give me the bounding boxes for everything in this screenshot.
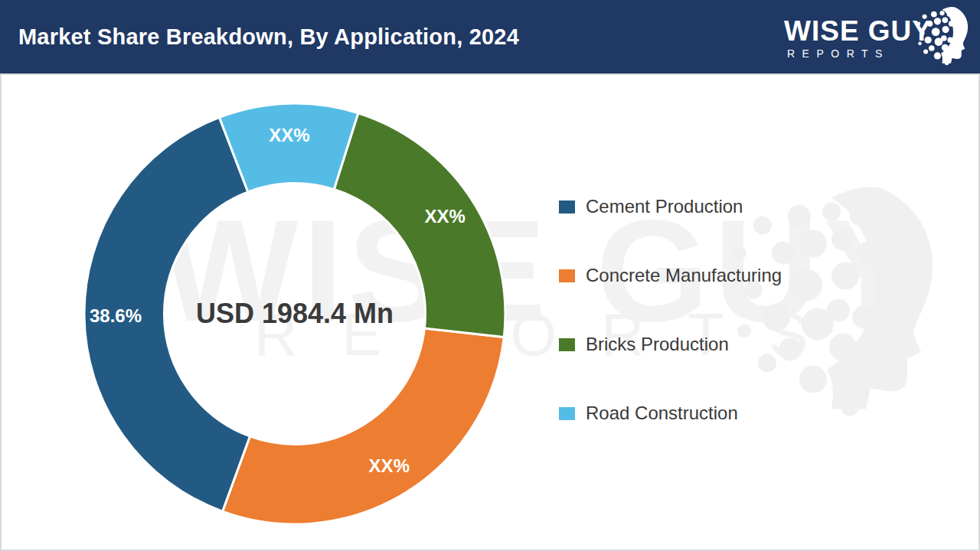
legend-swatch	[559, 269, 575, 282]
legend-item: Road Construction	[559, 402, 782, 425]
legend-item: Cement Production	[559, 195, 782, 218]
legend-label: Bricks Production	[586, 334, 729, 355]
slice-label-1: XX%	[369, 455, 410, 476]
logo-subtitle: REPORTS	[787, 47, 932, 60]
logo-text: WISE GUY REPORTS	[784, 17, 932, 60]
legend-item: Concrete Manufacturing	[559, 264, 782, 287]
donut-segment-1	[223, 328, 505, 524]
chart-canvas: WISE GUY REPORTS 38.6%XX%XX%XX% USD 1984…	[0, 73, 980, 551]
legend-label: Cement Production	[586, 196, 743, 217]
legend-swatch	[559, 407, 575, 420]
legend-label: Concrete Manufacturing	[586, 265, 782, 286]
head-silhouette-icon	[911, 6, 971, 70]
header-bar: Market Share Breakdown, By Application, …	[0, 0, 980, 73]
legend-item: Bricks Production	[559, 333, 782, 356]
slice-label-3: XX%	[269, 125, 309, 145]
legend-label: Road Construction	[586, 403, 738, 424]
legend-swatch	[559, 201, 575, 214]
slice-label-0: 38.6%	[90, 305, 142, 326]
logo-wordmark: WISE GUY	[784, 17, 932, 45]
page-title: Market Share Breakdown, By Application, …	[18, 24, 519, 50]
donut-center-value: USD 1984.4 Mn	[196, 298, 394, 330]
legend-swatch	[559, 338, 575, 351]
wise-guy-reports-logo: WISE GUY REPORTS	[784, 5, 968, 70]
slice-label-2: XX%	[424, 206, 465, 227]
chart-legend: Cement ProductionConcrete ManufacturingB…	[559, 195, 782, 471]
